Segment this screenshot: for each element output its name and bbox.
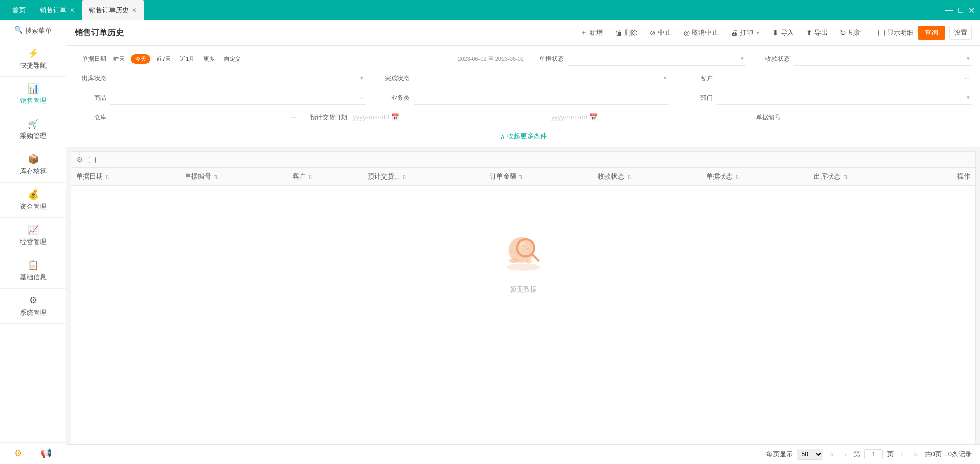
sidebar-search[interactable]: 🔍 搜索菜单	[0, 20, 66, 41]
col-outbound-status[interactable]: 出库状态 ⇅	[809, 168, 917, 186]
date-btn-yesterday[interactable]: 昨天	[110, 54, 128, 64]
finance-icon: 💰	[28, 189, 39, 200]
sidebar-item-operations[interactable]: 📈 经营管理	[0, 218, 66, 253]
select-all-checkbox[interactable]	[89, 157, 96, 163]
col-date[interactable]: 单据日期 ⇅	[71, 168, 179, 186]
stop-button[interactable]: ⊘ 中止	[646, 26, 675, 39]
sidebar-item-basic-info[interactable]: 📋 基础信息	[0, 253, 66, 289]
next-page-button[interactable]: ›	[898, 449, 906, 459]
toolbar: ＋ 新增 🗑 删除 ⊘ 中止 ◎ 取消中止 🖨 打印	[576, 26, 972, 40]
last-page-button[interactable]: »	[910, 449, 921, 459]
date-to-filter[interactable]: yyyy-mm-dd 📅	[549, 110, 737, 124]
basic-info-icon: 📋	[28, 259, 39, 271]
customer-filter[interactable]: ···	[717, 71, 972, 85]
sidebar-item-inventory[interactable]: 📦 库存核算	[0, 147, 66, 183]
completion-status-arrow: ▾	[664, 75, 667, 81]
minimize-icon[interactable]: —	[945, 6, 953, 15]
calendar-from-icon[interactable]: 📅	[391, 113, 399, 121]
date-btn-7days[interactable]: 近7天	[153, 54, 174, 64]
sidebar: 🔍 搜索菜单 ⚡ 快捷导航 📊 销售管理 🛒 采购管理 📦 库存核算 💰 资金管…	[0, 20, 66, 464]
sidebar-item-purchase-mgmt[interactable]: 🛒 采购管理	[0, 112, 66, 147]
collapse-up-icon: ∧	[500, 132, 505, 140]
date-from-placeholder: yyyy-mm-dd	[353, 113, 390, 121]
export-button[interactable]: ⬆ 导出	[802, 26, 832, 39]
query-button[interactable]: 查询	[918, 26, 945, 40]
completion-status-filter[interactable]: ▾	[414, 71, 669, 85]
first-page-button[interactable]: «	[827, 449, 837, 459]
speaker-icon[interactable]: 📢	[40, 448, 52, 459]
dept-filter[interactable]: ▾	[717, 91, 972, 105]
show-detail-input[interactable]	[878, 30, 885, 36]
filter-row-warehouse: 仓库 ··· 预计交货日期 yyyy-mm-dd 📅 — yyyy-mm-dd …	[75, 110, 972, 124]
date-label: 单据日期	[75, 55, 110, 63]
tab-sales-order-close[interactable]: ✕	[70, 7, 75, 14]
order-no-filter[interactable]	[785, 110, 972, 124]
svg-point-5	[527, 248, 528, 250]
import-button[interactable]: ⬇ 导入	[768, 26, 798, 39]
outbound-status-arrow: ▾	[360, 75, 363, 81]
col-delivery[interactable]: 预计交货... ⇅	[362, 168, 484, 186]
date-btn-custom[interactable]: 自定义	[221, 54, 244, 64]
print-button[interactable]: 🖨 打印 ▼	[726, 26, 764, 39]
col-order-status[interactable]: 单据状态 ⇅	[701, 168, 809, 186]
col-no[interactable]: 单据编号 ⇅	[179, 168, 288, 186]
date-btn-1month[interactable]: 近1月	[177, 54, 197, 64]
col-action: 操作	[917, 168, 975, 186]
payment-status-filter[interactable]: ▾	[794, 52, 972, 66]
export-icon: ⬆	[806, 29, 812, 37]
sales-mgmt-icon: 📊	[28, 83, 39, 94]
warehouse-dots: ···	[290, 113, 296, 121]
collapse-row[interactable]: ∧ 收起更多条件	[75, 129, 972, 141]
col-amount[interactable]: 订单金额 ⇅	[485, 168, 593, 186]
payment-status-label: 收款状态	[758, 55, 794, 63]
tab-sales-order[interactable]: 销售订单 ✕	[33, 0, 82, 20]
tab-home[interactable]: 首页	[5, 0, 33, 20]
table-settings-icon[interactable]: ⚙	[76, 155, 83, 164]
outbound-status-filter[interactable]: ▾	[110, 71, 366, 85]
cancel-stop-button[interactable]: ◎ 取消中止	[679, 26, 722, 39]
page-size-select[interactable]: 50 20 100	[797, 449, 823, 460]
sidebar-item-sales-mgmt[interactable]: 📊 销售管理	[0, 77, 66, 112]
footer: 每页显示 50 20 100 « ‹ 第 页 › » 共0页，0条记录	[66, 444, 980, 464]
prev-page-button[interactable]: ‹	[841, 449, 850, 459]
filter-row-status: 出库状态 ▾ 完成状态 ▾ 客户 ···	[75, 71, 972, 85]
delete-button[interactable]: 🗑 删除	[611, 26, 642, 39]
settings-bottom-icon[interactable]: ⚙	[14, 448, 22, 459]
table-body: 暂无数据	[71, 186, 975, 336]
sort-customer-icon: ⇅	[308, 174, 312, 180]
customer-dots: ···	[964, 74, 970, 82]
calendar-to-icon[interactable]: 📅	[589, 113, 598, 121]
sidebar-item-system-mgmt[interactable]: ⚙ 系统管理	[0, 289, 66, 324]
col-payment-status[interactable]: 收款状态 ⇅	[592, 168, 701, 186]
refresh-button[interactable]: ↻ 刷新	[836, 26, 865, 39]
maximize-icon[interactable]: □	[958, 6, 963, 15]
goods-filter[interactable]: ···	[110, 91, 366, 105]
sales-rep-filter[interactable]: ···	[414, 91, 669, 105]
col-customer[interactable]: 客户 ⇅	[287, 168, 362, 186]
date-btn-today[interactable]: 今天	[131, 54, 150, 64]
sidebar-item-quick-nav[interactable]: ⚡ 快捷导航	[0, 41, 66, 77]
order-status-filter[interactable]: ▾	[568, 52, 746, 66]
table-area: ⚙ 单据日期 ⇅ 单据编号 ⇅ 客户	[71, 151, 976, 444]
tab-sales-order-history[interactable]: 销售订单历史 ✕	[82, 0, 144, 20]
svg-point-8	[525, 259, 532, 263]
date-btn-more[interactable]: 更多	[200, 54, 218, 64]
date-range-text: 2023-06-02 至 2023-06-02	[458, 55, 524, 63]
close-window-icon[interactable]: ✕	[968, 6, 975, 15]
page-label-suffix: 页	[887, 450, 894, 459]
sort-amount-icon: ⇅	[519, 174, 523, 180]
filter-area: 单据日期 昨天 今天 近7天 近1月 更多 自定义 2023-06-02 至 2…	[66, 46, 980, 147]
warehouse-label: 仓库	[75, 113, 110, 122]
date-dash: —	[540, 114, 547, 121]
settings-button[interactable]: 设置	[949, 26, 972, 40]
tab-sales-order-history-close[interactable]: ✕	[132, 7, 137, 14]
date-from-filter[interactable]: yyyy-mm-dd 📅	[351, 110, 539, 124]
print-icon: 🖨	[731, 29, 738, 37]
new-button[interactable]: ＋ 新增	[576, 26, 607, 39]
sidebar-item-finance[interactable]: 💰 资金管理	[0, 183, 66, 218]
goods-label: 商品	[75, 94, 110, 102]
show-detail-checkbox[interactable]: 显示明细	[878, 28, 914, 37]
import-icon: ⬇	[772, 29, 779, 37]
warehouse-filter[interactable]: ···	[110, 110, 298, 124]
current-page-input[interactable]	[864, 449, 883, 459]
